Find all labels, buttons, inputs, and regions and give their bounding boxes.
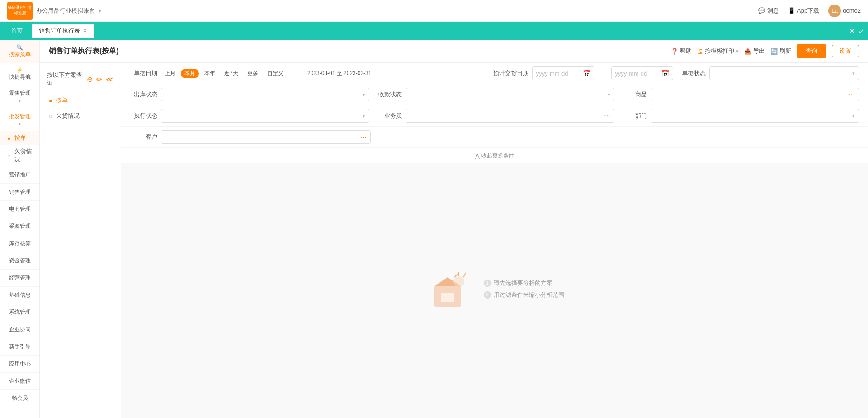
tab-bar: 首页 销售订单执行表 ✕ ✕ ⤢: [0, 22, 868, 40]
sidebar-item-operations[interactable]: 经营管理: [0, 270, 39, 287]
print-icon: 🖨: [697, 48, 703, 55]
customer-picker-icon[interactable]: ···: [361, 133, 367, 141]
date-label: 单据日期: [130, 69, 157, 77]
filter-plan-press[interactable]: ● 按单: [40, 93, 121, 108]
exec-status-label: 执行状态: [130, 112, 157, 120]
sidebar-item-marketing[interactable]: 营销推广: [0, 166, 39, 184]
filter-row-1: 单据日期 上月 本月 本年 近7天 更多 自定义 2023-03-01 至 20…: [121, 63, 868, 84]
empty-illustration: [425, 268, 470, 314]
download-icon: 📱: [788, 7, 795, 14]
settings-button[interactable]: 设置: [832, 45, 859, 57]
empty-state: 1 请先选择要分析的方案 2 用过滤条件来缩小分析范围: [121, 163, 868, 418]
dropdown-arrow-icon: ▾: [608, 92, 610, 98]
date-tab-this-month[interactable]: 本月: [181, 69, 199, 78]
empty-tip-2: 2 用过滤条件来缩小分析范围: [484, 291, 564, 299]
empty-visual: 1 请先选择要分析的方案 2 用过滤条件来缩小分析范围: [425, 268, 564, 314]
date-range-value: 2023-03-01 至 2023-03-31: [307, 70, 371, 77]
sidebar-item-basic[interactable]: 基础信息: [0, 287, 39, 304]
dropdown-arrow-icon: ▾: [852, 113, 855, 119]
expected-date-start[interactable]: yyyy-mm-dd 📅: [532, 66, 594, 80]
sidebar-item-sales[interactable]: 销售管理: [0, 184, 39, 201]
out-status-select[interactable]: ▾: [161, 88, 369, 101]
filter-sidebar-header: 按以下方案查询 ⊕ ✏ ≪: [40, 68, 121, 90]
sidebar-item-system[interactable]: 系统管理: [0, 304, 39, 321]
out-status-label: 出库状态: [130, 90, 157, 99]
user-menu[interactable]: Ea demo2: [828, 5, 861, 17]
export-button[interactable]: 📤 导出: [744, 47, 765, 55]
goods-input[interactable]: ···: [651, 88, 859, 101]
exec-status-select[interactable]: ▾: [161, 109, 369, 123]
sidebar-item-ecommerce[interactable]: 电商管理: [0, 201, 39, 218]
customer-input[interactable]: ···: [161, 130, 371, 144]
app-title: 办公用品行业模拟账套: [36, 7, 95, 15]
expected-date-end[interactable]: yyyy-mm-dd 📅: [611, 66, 674, 80]
sidebar-item-retail[interactable]: 零售管理 ▾: [0, 85, 39, 108]
receive-status-select[interactable]: ▾: [406, 88, 614, 101]
date-tabs: 上月 本月 本年 近7天 更多 自定义: [161, 69, 287, 78]
avatar: Ea: [828, 5, 841, 17]
dropdown-arrow-icon: ▾: [363, 92, 365, 98]
dropdown-arrow-icon: ▾: [363, 113, 365, 119]
refresh-button[interactable]: 🔄 刷新: [770, 47, 791, 55]
help-button[interactable]: ❓ 帮助: [671, 47, 692, 55]
calendar-icon-2: 📅: [661, 70, 669, 77]
sidebar-item-newbie[interactable]: 新手引导: [0, 338, 39, 356]
sidebar-search[interactable]: 🔍 搜索菜单: [0, 40, 39, 63]
sidebar-item-wholesale[interactable]: 批发管理 ▴: [0, 108, 39, 131]
department-select[interactable]: ▾: [651, 109, 859, 123]
page-actions: ❓ 帮助 🖨 按模板打印 ▾ 📤 导出 🔄 刷新 查询 设置: [671, 44, 859, 58]
sidebar-item-inventory[interactable]: 库存核算: [0, 235, 39, 252]
sidebar-item-wechat[interactable]: 企业微信: [0, 373, 39, 390]
page-title: 销售订单执行表(按单): [49, 47, 119, 56]
date-tab-this-year[interactable]: 本年: [201, 69, 219, 78]
sidebar-item-apps[interactable]: 应用中心: [0, 356, 39, 373]
date-tab-custom[interactable]: 自定义: [264, 69, 287, 78]
download-button[interactable]: 📱 App下载: [788, 7, 819, 15]
tab-close-icon[interactable]: ✕: [83, 28, 87, 34]
add-icon[interactable]: ⊕: [87, 75, 93, 84]
collapse-bar[interactable]: ⋀ 收起更多条件: [121, 148, 868, 163]
doc-status-select[interactable]: ▾: [709, 66, 859, 80]
messages-button[interactable]: 💬 消息: [758, 7, 779, 15]
calendar-icon: 📅: [583, 70, 590, 77]
chevron-icon: ▾: [19, 98, 21, 103]
customer-label: 客户: [130, 133, 157, 141]
edit-icon[interactable]: ✏: [96, 75, 102, 84]
date-tab-more[interactable]: 更多: [244, 69, 262, 78]
tip-num-2: 2: [484, 291, 491, 299]
dropdown-arrow-icon[interactable]: ▾: [99, 8, 101, 14]
print-button[interactable]: 🖨 按模板打印 ▾: [697, 47, 739, 55]
filter-plan-debt[interactable]: ○ 欠货情况: [40, 108, 121, 124]
goods-picker-icon[interactable]: ···: [849, 90, 855, 99]
content-area: 销售订单执行表(按单) ❓ 帮助 🖨 按模板打印 ▾ 📤 导出 🔄 刷新: [40, 40, 868, 418]
salesperson-picker-icon[interactable]: ···: [604, 112, 610, 120]
top-header: 畅捷通好生意 标准版 办公用品行业模拟账套 ▾ 💬 消息 📱 App下载 Ea …: [0, 0, 868, 22]
collapse-icon[interactable]: ≪: [106, 75, 113, 84]
minimize-icon[interactable]: ✕: [849, 27, 855, 35]
query-button[interactable]: 查询: [797, 44, 826, 58]
filter-sidebar-icons: ⊕ ✏ ≪: [87, 75, 113, 84]
refresh-icon: 🔄: [770, 48, 778, 55]
tab-home[interactable]: 首页: [4, 24, 30, 38]
dropdown-arrow-icon: ▾: [852, 71, 855, 76]
svg-rect-2: [441, 293, 454, 302]
date-tab-last-month[interactable]: 上月: [161, 69, 179, 78]
tab-bar-right: ✕ ⤢: [849, 27, 864, 35]
sidebar-item-purchase[interactable]: 采购管理: [0, 218, 39, 235]
sidebar: 🔍 搜索菜单 ⚡ 快捷导航 零售管理 ▾ 批发管理 ▴ ● 按单 ○ 欠货情况 …: [0, 40, 40, 418]
sidebar-item-member[interactable]: 畅会员: [0, 390, 39, 407]
tab-sales-exec[interactable]: 销售订单执行表 ✕: [32, 24, 94, 38]
page-title-bar: 销售订单执行表(按单) ❓ 帮助 🖨 按模板打印 ▾ 📤 导出 🔄 刷新: [40, 40, 868, 63]
header-left: 畅捷通好生意 标准版 办公用品行业模拟账套 ▾: [7, 2, 101, 20]
svg-line-5: [463, 273, 466, 277]
date-tab-7days[interactable]: 近7天: [221, 69, 242, 78]
filter-panel: 按以下方案查询 ⊕ ✏ ≪ ● 按单 ○ 欠货情况: [40, 63, 868, 418]
sidebar-sub-press[interactable]: ● 按单: [0, 131, 39, 145]
sidebar-sub-debt[interactable]: ○ 欠货情况: [0, 145, 39, 166]
svg-point-3: [453, 276, 464, 287]
salesperson-input[interactable]: ···: [406, 109, 614, 123]
sidebar-item-finance[interactable]: 资金管理: [0, 252, 39, 270]
sidebar-item-enterprise[interactable]: 企业协同: [0, 321, 39, 338]
sidebar-quick-nav[interactable]: ⚡ 快捷导航: [0, 63, 39, 85]
maximize-icon[interactable]: ⤢: [859, 27, 864, 35]
